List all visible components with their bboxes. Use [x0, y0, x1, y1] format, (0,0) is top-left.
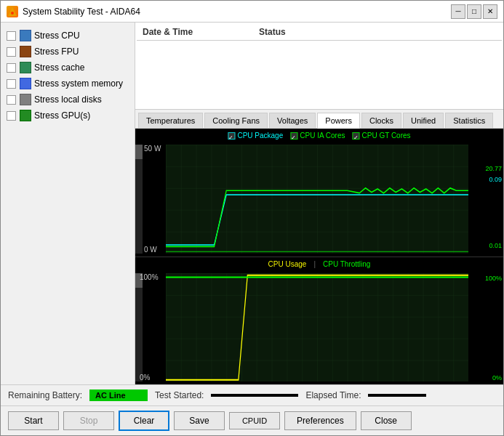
- stop-button[interactable]: Stop: [63, 411, 114, 430]
- start-button[interactable]: Start: [8, 411, 59, 430]
- legend-cpu-gt-label: CPU GT Cores: [362, 132, 411, 140]
- log-header: Date & Time Status: [137, 24, 502, 41]
- chart1-val-1: 20.77: [485, 165, 502, 172]
- chart2-y-top: 100%: [140, 273, 159, 281]
- legend-cpu-gt: CPU GT Cores: [353, 132, 411, 140]
- legend-cpu-gt-checkbox[interactable]: [353, 132, 360, 140]
- log-status-header: Status: [259, 27, 286, 37]
- chart1-scroll-thumb[interactable]: [135, 145, 143, 159]
- main-window: System Stability Test - AIDA64 ─ □ ✕ Str…: [0, 0, 504, 436]
- stress-cache-checkbox[interactable]: [7, 63, 16, 73]
- stress-cpu-checkbox[interactable]: [7, 31, 16, 41]
- power-chart: CPU Package CPU IA Cores CPU GT Cores 50…: [135, 129, 503, 257]
- window-title: System Stability Test - AIDA64: [23, 7, 451, 17]
- tab-temperatures[interactable]: Temperatures: [138, 113, 203, 128]
- stress-mem-checkbox[interactable]: [7, 79, 16, 89]
- save-button[interactable]: Save: [174, 411, 225, 430]
- content-area: Stress CPU Stress FPU Stress cache Stres…: [1, 23, 503, 384]
- legend-cpu-package-checkbox[interactable]: [228, 132, 235, 140]
- stress-gpu-item[interactable]: Stress GPU(s): [7, 110, 129, 121]
- maximize-button[interactable]: □: [467, 4, 481, 19]
- stress-mem-item[interactable]: Stress system memory: [7, 78, 129, 89]
- stress-disk-checkbox[interactable]: [7, 95, 16, 105]
- chart2-scroll[interactable]: [135, 273, 143, 382]
- legend-cpu-usage-label: CPU Usage: [268, 260, 307, 268]
- stress-cache-label: Stress cache: [34, 62, 84, 73]
- stress-fpu-checkbox[interactable]: [7, 47, 16, 57]
- tab-powers[interactable]: Powers: [317, 113, 360, 129]
- title-bar: System Stability Test - AIDA64 ─ □ ✕: [1, 1, 503, 23]
- stress-fpu-label: Stress FPU: [34, 47, 79, 57]
- log-area: Date & Time Status: [135, 23, 503, 110]
- stress-fpu-item[interactable]: Stress FPU: [7, 46, 129, 57]
- chart1-y-bottom: 0 W: [144, 246, 157, 254]
- gpu-icon: [20, 110, 31, 121]
- stress-disk-item[interactable]: Stress local disks: [7, 94, 129, 105]
- chart1-legend: CPU Package CPU IA Cores CPU GT Cores: [228, 132, 410, 140]
- close-button[interactable]: Close: [361, 411, 412, 430]
- svg-point-1: [11, 12, 14, 15]
- bottom-buttons: Start Stop Clear Save CPUID Preferences …: [1, 405, 503, 435]
- log-date-header: Date & Time: [143, 27, 259, 37]
- test-label: Test Started:: [155, 390, 204, 400]
- elapsed-value: [368, 394, 426, 397]
- svg-rect-5: [166, 273, 468, 382]
- mem-icon: [20, 78, 31, 89]
- tab-statistics[interactable]: Statistics: [445, 113, 493, 128]
- legend-cpu-ia-label: CPU IA Cores: [300, 132, 345, 140]
- chart2-val-bottom: 0%: [492, 374, 502, 382]
- chart1-val-2: 0.09: [489, 176, 502, 183]
- chart1-scroll[interactable]: [135, 145, 143, 254]
- stress-disk-label: Stress local disks: [34, 94, 102, 105]
- stress-cpu-label: Stress CPU: [34, 31, 80, 41]
- chart1-y-top: 50 W: [144, 145, 161, 153]
- cache-icon: [20, 62, 31, 73]
- right-panel: Date & Time Status Temperatures Cooling …: [135, 23, 503, 384]
- tabs-area: Temperatures Cooling Fans Voltages Power…: [135, 110, 503, 129]
- tab-clocks[interactable]: Clocks: [361, 113, 401, 128]
- legend-cpu-usage: CPU Usage: [268, 260, 307, 268]
- charts-area: CPU Package CPU IA Cores CPU GT Cores 50…: [135, 129, 503, 384]
- tab-bar: Temperatures Cooling Fans Voltages Power…: [135, 110, 503, 129]
- stress-gpu-checkbox[interactable]: [7, 111, 16, 121]
- legend-cpu-throttling: CPU Throttling: [323, 260, 370, 268]
- preferences-button[interactable]: Preferences: [284, 411, 356, 430]
- left-panel: Stress CPU Stress FPU Stress cache Stres…: [1, 23, 135, 384]
- test-value: [211, 394, 298, 397]
- tab-unified[interactable]: Unified: [403, 113, 444, 128]
- legend-cpu-package-label: CPU Package: [237, 132, 283, 140]
- svg-rect-3: [166, 145, 468, 254]
- legend-cpu-throttling-label: CPU Throttling: [323, 260, 370, 268]
- chart1-svg: [166, 145, 468, 254]
- chart1-val-3: 0.01: [489, 242, 502, 249]
- stress-gpu-label: Stress GPU(s): [34, 110, 90, 121]
- disk-icon: [20, 94, 31, 105]
- legend-cpu-package: CPU Package: [228, 132, 283, 140]
- app-icon: [7, 6, 18, 17]
- tab-voltages[interactable]: Voltages: [269, 113, 316, 128]
- usage-chart: CPU Usage | CPU Throttling 100% 0% 100% …: [135, 257, 503, 385]
- stress-cache-item[interactable]: Stress cache: [7, 62, 129, 73]
- fpu-icon: [20, 46, 31, 57]
- chart2-val-top: 100%: [485, 275, 502, 282]
- stress-mem-label: Stress system memory: [34, 78, 123, 89]
- clear-button[interactable]: Clear: [119, 411, 169, 431]
- cpuid-button[interactable]: CPUID: [229, 412, 280, 429]
- legend-separator: |: [313, 260, 316, 268]
- chart2-y-bottom: 0%: [140, 374, 150, 382]
- elapsed-label: Elapsed Time:: [305, 390, 361, 400]
- window-controls: ─ □ ✕: [451, 4, 497, 19]
- battery-label: Remaining Battery:: [8, 390, 82, 400]
- battery-value: AC Line: [89, 389, 148, 401]
- close-window-button[interactable]: ✕: [483, 4, 497, 19]
- chart2-legend: CPU Usage | CPU Throttling: [268, 260, 371, 268]
- minimize-button[interactable]: ─: [451, 4, 465, 19]
- stress-cpu-item[interactable]: Stress CPU: [7, 30, 129, 41]
- status-bar: Remaining Battery: AC Line Test Started:…: [1, 384, 503, 405]
- legend-cpu-ia: CPU IA Cores: [290, 132, 345, 140]
- tab-cooling[interactable]: Cooling Fans: [204, 113, 268, 128]
- chart2-svg: [166, 273, 468, 382]
- legend-cpu-ia-checkbox[interactable]: [290, 132, 297, 140]
- cpu-icon: [20, 30, 31, 41]
